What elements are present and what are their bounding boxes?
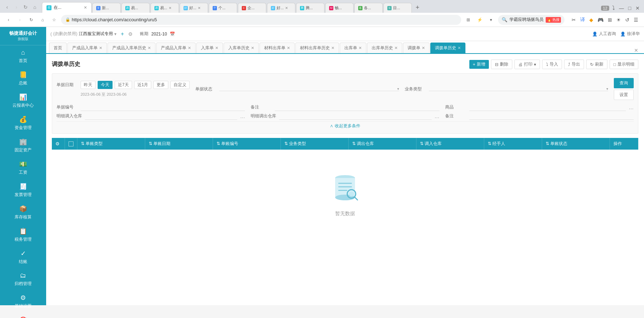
th-doc-date[interactable]: ⇅ 单账日期 xyxy=(145,138,213,150)
sidebar-item-funds[interactable]: 💰 资金管理 xyxy=(0,112,46,134)
tab5-close[interactable]: ✕ xyxy=(198,6,201,10)
delete-btn[interactable]: ⊟ 删除 xyxy=(491,60,512,69)
user-btn[interactable]: 👤 徐泽华 xyxy=(620,31,640,37)
nav-tabs-close-all[interactable]: ✕ xyxy=(631,48,641,53)
browser-tab-9[interactable]: 腾 腾... xyxy=(296,3,324,13)
service-btn[interactable]: 👤 人工咨询 xyxy=(592,31,616,37)
refresh-btn[interactable]: ↻ xyxy=(27,16,36,24)
date-btn-custom[interactable]: 自定义 xyxy=(170,81,190,89)
detail-in-input[interactable] xyxy=(85,112,237,120)
sidebar-item-settings[interactable]: ⚙ 基础设置 xyxy=(0,290,46,313)
nav-tab-6[interactable]: 材料出库单 ✕ xyxy=(260,43,295,53)
nav-tab-5[interactable]: 入库单历史 ✕ xyxy=(224,43,259,53)
browser-tab-11[interactable]: 各 各... xyxy=(354,3,383,13)
address-input[interactable]: 🔒 https://cloud.chanjet.com/accounting/u… xyxy=(61,15,461,25)
nav-tab-home[interactable]: 首页 xyxy=(49,43,67,53)
sidebar-item-invoice[interactable]: 🧾 发票管理 xyxy=(0,179,46,201)
dropdown-btn[interactable]: ▾ xyxy=(487,16,495,24)
menu-icon[interactable]: ☰ xyxy=(632,16,640,24)
import-btn[interactable]: ⤵ 导入 xyxy=(542,60,562,69)
nav-tab-9[interactable]: 出库单历史 ✕ xyxy=(367,43,402,53)
browser-tab-12[interactable]: S 目... xyxy=(383,3,412,13)
status-select[interactable]: ▾ xyxy=(219,87,399,91)
nav-tab-2-close[interactable]: ✕ xyxy=(148,46,151,50)
nav-tab-4[interactable]: 入库单 ✕ xyxy=(196,43,223,53)
sidebar-item-reports[interactable]: 📊 云报表中心 xyxy=(0,90,46,112)
browser-tab-10[interactable]: M 畅... xyxy=(325,3,354,13)
th-checkbox[interactable] xyxy=(65,138,77,150)
add-company-btn[interactable]: + xyxy=(121,31,124,37)
goods-input[interactable] xyxy=(469,104,626,111)
th-handler[interactable]: ⇅ 经手人 xyxy=(484,138,542,150)
browser-tab-8[interactable]: 好 好... ✕ xyxy=(267,3,295,13)
sidebar-item-close[interactable]: ✓ 结账 xyxy=(0,246,46,268)
sidebar-item-tax[interactable]: 📋 税务管理 xyxy=(0,224,46,246)
date-btn-1month[interactable]: 近1月 xyxy=(134,81,152,89)
nav-forward-btn[interactable]: › xyxy=(12,3,21,11)
nav-home-btn[interactable]: ⌂ xyxy=(31,3,39,11)
browser-tab-2[interactable]: 文 新... xyxy=(92,3,121,13)
bookmark-btn[interactable]: ☆ xyxy=(50,16,58,24)
th-gear[interactable]: ⚙ xyxy=(52,138,65,150)
sidebar-item-assets[interactable]: 🏢 固定资产 xyxy=(0,134,46,157)
grid-icon[interactable]: ⊞ xyxy=(606,16,613,24)
extensions-btn[interactable]: ⊞ xyxy=(464,16,473,24)
settings-filter-btn[interactable]: 设置 xyxy=(614,90,634,100)
detail-out-ellipsis[interactable]: … xyxy=(435,113,440,119)
nav-tab-5-close[interactable]: ✕ xyxy=(251,46,254,50)
collapse-btn[interactable]: ∧ 收起更多条件 xyxy=(56,121,634,129)
new-tab-btn[interactable]: + xyxy=(413,3,422,13)
print-btn[interactable]: 🖨 打印 ▾ xyxy=(514,60,540,69)
nav-tab-1[interactable]: 产成品入库单 ✕ xyxy=(67,43,107,53)
new-btn[interactable]: + 新增 xyxy=(469,60,489,69)
detail-remark-input[interactable] xyxy=(469,112,634,120)
close-window-btn[interactable]: ✕ xyxy=(634,5,641,11)
sidebar-item-inventory[interactable]: 📦 库存核算 xyxy=(0,201,46,224)
nav-tab-10-close[interactable]: ✕ xyxy=(422,46,425,50)
th-doc-number[interactable]: ⇅ 单账编号 xyxy=(213,138,280,150)
scissors-icon[interactable]: ✂ xyxy=(570,16,577,24)
date-btn-7days[interactable]: 近7天 xyxy=(115,81,132,89)
settings-gear-btn[interactable]: ⚙ xyxy=(128,31,133,37)
display-btn[interactable]: □ 显示明细 xyxy=(610,60,638,69)
nav-tab-7[interactable]: 材料出库单历史 ✕ xyxy=(295,43,339,53)
nav-tab-8[interactable]: 出库单 ✕ xyxy=(340,43,366,53)
nav-refresh-btn[interactable]: ↻ xyxy=(21,3,30,11)
wallet-icon[interactable]: ◆ xyxy=(588,16,595,24)
maximize-btn[interactable]: □ xyxy=(627,5,633,11)
calendar-icon[interactable]: 📅 xyxy=(170,32,175,37)
undo-icon[interactable]: ↺ xyxy=(624,16,631,24)
sidebar-item-guide[interactable]: 🎯 新手引导 xyxy=(0,313,46,318)
business-type-select[interactable]: ▾ xyxy=(429,87,608,91)
tab4-close[interactable]: ✕ xyxy=(169,6,171,10)
forward-btn[interactable]: › xyxy=(16,16,24,24)
date-btn-yesterday[interactable]: 昨天 xyxy=(81,81,95,89)
th-business-type[interactable]: ⇅ 业务类型 xyxy=(280,138,348,150)
export-btn[interactable]: ⤴ 导出 xyxy=(564,60,584,69)
browser-tab-3[interactable]: 易 易... xyxy=(121,3,150,13)
nav-tab-3-close[interactable]: ✕ xyxy=(188,46,191,50)
nav-tab-1-close[interactable]: ✕ xyxy=(99,46,102,50)
browser-tab-7[interactable]: C 企... xyxy=(238,3,266,13)
date-btn-more[interactable]: 更多 xyxy=(153,81,168,89)
detail-out-input[interactable] xyxy=(279,112,431,120)
lightning-btn[interactable]: ⚡ xyxy=(475,16,484,24)
nav-tab-10[interactable]: 调拨单 ✕ xyxy=(403,43,430,53)
detail-in-ellipsis[interactable]: … xyxy=(240,113,245,119)
sidebar-item-ledger[interactable]: 📒 总账 xyxy=(0,67,46,90)
back-btn[interactable]: ‹ xyxy=(4,16,13,24)
translate-icon[interactable]: 译 xyxy=(579,15,586,24)
sidebar-item-payroll[interactable]: 💵 工资 xyxy=(0,157,46,179)
search-box[interactable]: 🔍 学霸应聘场驱鸟员 🔥 热搜 xyxy=(498,15,564,25)
nav-back-btn[interactable]: ‹ xyxy=(3,3,11,11)
sidebar-item-archive[interactable]: 🗂 归档管理 xyxy=(0,268,46,290)
browser-tab-5[interactable]: 好 好... ✕ xyxy=(180,3,208,13)
browser-tab-4[interactable]: 易 易... ✕ xyxy=(151,3,179,13)
active-tab-close[interactable]: ✕ xyxy=(84,5,87,10)
nav-tab-3[interactable]: 产成品入库单 ✕ xyxy=(156,43,196,53)
nav-tab-2[interactable]: 产成品入库单历史 ✕ xyxy=(108,43,155,53)
home-btn[interactable]: ⌂ xyxy=(38,16,47,24)
nav-tab-7-close[interactable]: ✕ xyxy=(331,46,334,50)
query-btn[interactable]: 查询 xyxy=(614,78,634,88)
refresh-btn[interactable]: ↻ 刷新 xyxy=(586,60,607,69)
